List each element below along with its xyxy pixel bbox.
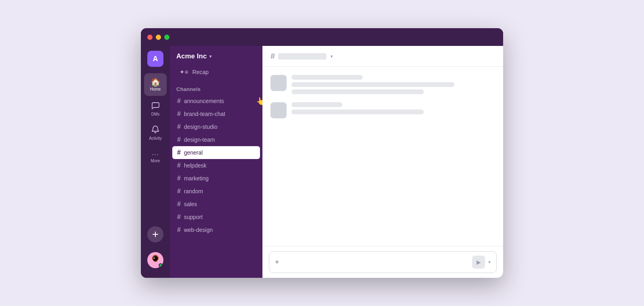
hash-icon: #: [177, 175, 181, 182]
maximize-button[interactable]: [164, 35, 169, 40]
hash-icon: #: [177, 226, 181, 234]
message-line: [291, 102, 343, 107]
avatar: [270, 75, 287, 91]
nav-item-more[interactable]: ··· More: [144, 146, 167, 168]
svg-point-4: [154, 258, 155, 259]
send-button[interactable]: ▶: [472, 256, 485, 269]
hash-icon: #: [177, 201, 181, 208]
channel-dropdown-icon: ▾: [330, 54, 333, 59]
cursor-pointer-icon: 👆: [256, 97, 262, 105]
add-workspace-button[interactable]: [147, 226, 163, 242]
traffic-lights: [147, 35, 169, 40]
channel-name-label: web-design: [184, 227, 213, 233]
close-button[interactable]: [147, 35, 153, 40]
more-icon: ···: [152, 151, 159, 158]
workspace-avatar[interactable]: A: [147, 51, 163, 67]
nav-item-activity[interactable]: Activity: [144, 122, 167, 144]
workspace-name: Acme Inc: [176, 52, 207, 60]
channel-item-web-design[interactable]: #web-design: [172, 223, 260, 236]
message-line: [291, 110, 424, 114]
message-input-bar: + ▶ ▾: [262, 246, 503, 278]
nav-item-dms[interactable]: DMs: [144, 97, 167, 120]
message-input-container[interactable]: + ▶ ▾: [269, 251, 497, 273]
channel-name-label: support: [184, 214, 203, 220]
channel-name-label: sales: [184, 201, 197, 207]
nav-label-dms: DMs: [151, 112, 160, 116]
user-avatar[interactable]: [147, 252, 163, 268]
channel-name-label: brand-team-chat: [184, 111, 225, 117]
hash-icon: #: [177, 188, 181, 195]
nav-item-home[interactable]: 🏠 Home: [144, 73, 167, 96]
title-bar: [141, 28, 503, 46]
channel-item-support[interactable]: #support: [172, 211, 260, 223]
channel-name-label: design-team: [184, 136, 215, 143]
channels-list: #announcements👆#brand-team-chat#design-s…: [170, 95, 262, 236]
hash-icon: #: [177, 110, 181, 118]
channel-item-random[interactable]: #random: [172, 185, 260, 198]
main-layout: A 🏠 Home DMs: [141, 46, 503, 278]
workspace-dropdown-icon: ▾: [209, 54, 212, 59]
app-window: A 🏠 Home DMs: [141, 28, 503, 278]
avatar: [270, 102, 287, 118]
message-line: [291, 82, 454, 87]
hash-icon: #: [177, 162, 181, 169]
svg-point-3: [153, 256, 158, 262]
channel-name-label: helpdesk: [184, 162, 206, 169]
messages-area[interactable]: [262, 67, 503, 246]
channel-name-label: general: [184, 149, 203, 156]
channel-item-design-team[interactable]: #design-team: [172, 133, 260, 146]
channel-item-brand-team-chat[interactable]: #brand-team-chat: [172, 108, 260, 120]
recap-icon: ✦≡: [180, 68, 188, 76]
channel-name-label: design-studio: [184, 124, 217, 130]
message-line: [291, 89, 424, 94]
channel-sidebar: Acme Inc ▾ ✦≡ Recap Channels #announceme…: [170, 46, 262, 278]
nav-label-more: More: [151, 159, 160, 163]
channel-name-placeholder: [278, 53, 326, 60]
hash-icon: #: [177, 149, 181, 156]
online-indicator: [159, 263, 163, 267]
hash-icon: #: [177, 97, 181, 105]
nav-label-activity: Activity: [149, 136, 162, 141]
icon-rail: A 🏠 Home DMs: [141, 46, 170, 278]
bell-icon: [151, 125, 160, 135]
send-options-chevron[interactable]: ▾: [488, 259, 491, 265]
content-header: # ▾: [262, 46, 503, 67]
message-lines: [291, 102, 495, 114]
message-line: [291, 75, 363, 80]
channel-item-general[interactable]: #general: [172, 146, 260, 159]
main-content: # ▾: [262, 46, 503, 278]
hash-icon: #: [177, 123, 181, 130]
attach-button[interactable]: +: [275, 258, 279, 267]
minimize-button[interactable]: [156, 35, 161, 40]
channel-name-label: random: [184, 188, 203, 194]
channel-item-helpdesk[interactable]: #helpdesk: [172, 159, 260, 172]
channel-name-label: announcements: [184, 98, 224, 104]
channel-item-marketing[interactable]: #marketing: [172, 172, 260, 185]
send-icon: ▶: [477, 259, 481, 265]
dms-icon: [151, 101, 160, 111]
channel-item-design-studio[interactable]: #design-studio: [172, 120, 260, 133]
channel-hash-icon: #: [270, 52, 275, 61]
message-group: [270, 102, 495, 118]
channel-item-announcements[interactable]: #announcements👆: [172, 95, 260, 108]
nav-label-home: Home: [150, 87, 161, 91]
recap-label: Recap: [192, 69, 208, 75]
home-icon: 🏠: [151, 78, 161, 86]
channels-section-label: Channels: [170, 82, 262, 95]
recap-item[interactable]: ✦≡ Recap: [173, 65, 259, 79]
workspace-header[interactable]: Acme Inc ▾: [170, 46, 262, 65]
hash-icon: #: [177, 213, 181, 221]
message-group: [270, 75, 495, 94]
hash-icon: #: [177, 136, 181, 143]
channel-item-sales[interactable]: #sales: [172, 198, 260, 211]
message-lines: [291, 75, 495, 94]
channel-name-label: marketing: [184, 175, 208, 182]
